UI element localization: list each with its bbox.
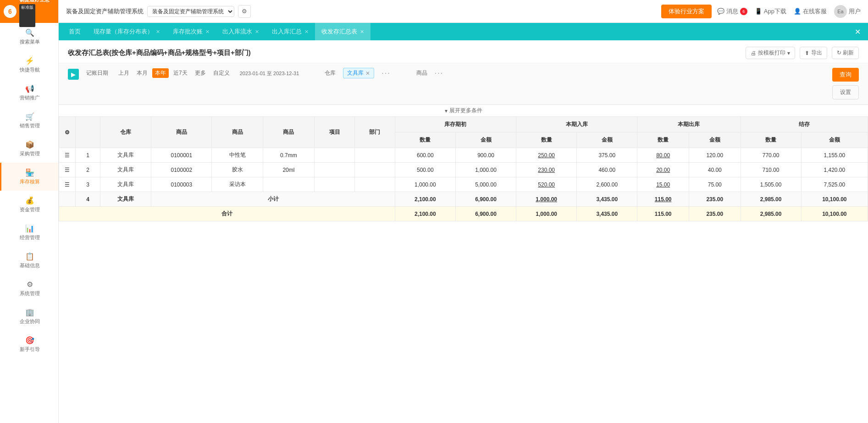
subtotal-out-qty[interactable]: 115.00 xyxy=(637,192,689,207)
row-out-amt: 75.00 xyxy=(689,177,741,192)
sidebar-item-quick-nav[interactable]: ⚡快捷导航 xyxy=(0,51,58,79)
query-button[interactable]: 查询 xyxy=(832,68,859,82)
tab-batch-close[interactable]: ✕ xyxy=(205,29,210,35)
filter-groups: 记账日期 上月 本月 本年 近7天 更多 自定义 2023-01-01 至 20… xyxy=(86,68,825,78)
warehouse-tag-close[interactable]: ✕ xyxy=(365,70,370,77)
tab-inout-flow[interactable]: 出入库流水 ✕ xyxy=(216,23,265,40)
table-area: ⚙ 仓库 商品 商品 商品 项目 部门 库存期初 本期入库 本期出库 结存 xyxy=(59,116,868,423)
row-in-qty[interactable]: 250.00 xyxy=(516,148,577,163)
total-in-amt: 3,435.00 xyxy=(577,207,637,221)
goods-more-btn[interactable]: ··· xyxy=(435,69,443,77)
sidebar-nav: 🔍搜索菜单⚡快捷导航📢营销推广🛒销售管理📦采购管理🏪库存核算💰资金管理📊经营管理… xyxy=(0,23,58,423)
filter-row-1: 记账日期 上月 本月 本年 近7天 更多 自定义 2023-01-01 至 20… xyxy=(86,68,825,78)
sidebar-item-inventory[interactable]: 🏪库存核算 xyxy=(0,163,58,191)
sidebar-item-finance[interactable]: 💰资金管理 xyxy=(0,191,58,219)
col-project-header: 项目 xyxy=(315,117,355,148)
tab-batch[interactable]: 库存批次账 ✕ xyxy=(166,23,216,40)
message-badge: 6 xyxy=(740,8,747,15)
subtotal-opening-qty: 2,100.00 xyxy=(395,192,455,207)
row-no: 2 xyxy=(76,163,100,177)
user-label: 用户 xyxy=(849,7,861,16)
sidebar-item-sales[interactable]: 🛒销售管理 xyxy=(0,107,58,135)
sidebar-item-label-inventory: 库存核算 xyxy=(20,178,40,185)
inventory-icon: 🏪 xyxy=(25,168,34,177)
date-btn-more[interactable]: 更多 xyxy=(192,68,209,78)
date-btn-7days[interactable]: 近7天 xyxy=(171,68,190,78)
page-title: 收发存汇总表(按仓库+商品编码+商品+规格型号+项目+部门) xyxy=(68,49,251,57)
row-in-qty[interactable]: 230.00 xyxy=(516,163,577,177)
settings-gear-button[interactable]: ⚙ xyxy=(238,5,251,18)
col-in-qty-header: 数量 xyxy=(516,132,577,148)
trial-button[interactable]: 体验行业方案 xyxy=(661,5,712,18)
summary-table: ⚙ 仓库 商品 商品 商品 项目 部门 库存期初 本期入库 本期出库 结存 xyxy=(59,116,868,221)
tab-inventory-dist[interactable]: 现存量（库存分布表） ✕ xyxy=(87,23,166,40)
row-opening-qty: 500.00 xyxy=(395,163,455,177)
warehouse-more-btn[interactable]: ··· xyxy=(381,69,390,77)
sidebar-item-basic-info[interactable]: 📋基础信息 xyxy=(0,247,58,275)
page-actions: 🖨 按模板打印 ▾ ⬆ 导出 ↻ 刷新 xyxy=(746,47,859,59)
total-opening-qty: 2,100.00 xyxy=(395,207,455,221)
tabbar-close-button[interactable]: ✕ xyxy=(851,26,864,38)
row-settings[interactable]: ☰ xyxy=(59,163,76,177)
total-out-qty: 115.00 xyxy=(637,207,689,221)
row-goods-spec xyxy=(263,177,315,192)
sidebar-item-system[interactable]: ⚙系统管理 xyxy=(0,275,58,302)
total-label: 合计 xyxy=(59,207,395,221)
online-service-action[interactable]: 👤 在线客服 xyxy=(794,7,827,16)
warehouse-tag[interactable]: 文具库 ✕ xyxy=(343,68,374,78)
quick-nav-icon: ⚡ xyxy=(25,56,34,65)
warehouse-filter-label: 仓库 xyxy=(325,69,336,77)
export-label: 导出 xyxy=(811,49,822,57)
avatar: Ea xyxy=(834,5,847,18)
date-btn-last-month[interactable]: 上月 xyxy=(116,68,132,78)
sidebar-item-enterprise[interactable]: 🏢企业协同 xyxy=(0,302,58,330)
row-warehouse: 文具库 xyxy=(100,148,151,163)
tab-stock-summary[interactable]: 收发存汇总表 ✕ xyxy=(315,23,370,40)
sidebar-item-operations[interactable]: 📊经营管理 xyxy=(0,219,58,247)
subtotal-in-qty[interactable]: 1,000.00 xyxy=(516,192,577,207)
message-action[interactable]: 💬 消息 6 xyxy=(717,7,747,16)
sidebar-item-guide[interactable]: 🎯新手引导 xyxy=(0,330,58,358)
row-settings[interactable]: ☰ xyxy=(59,177,76,192)
tab-inventory-dist-close[interactable]: ✕ xyxy=(156,29,160,35)
filter-right: 查询 设置 xyxy=(832,68,859,99)
basic-info-icon: 📋 xyxy=(25,252,34,261)
sales-icon: 🛒 xyxy=(25,112,34,121)
date-btn-custom[interactable]: 自定义 xyxy=(210,68,232,78)
message-label: 消息 xyxy=(726,7,738,16)
tab-inout-summary-close[interactable]: ✕ xyxy=(304,29,309,35)
row-out-qty[interactable]: 80.00 xyxy=(637,148,689,163)
table-row: ☰ 2 文具库 0100002 胶水 20ml 500.00 1,000.00 … xyxy=(59,163,868,177)
sidebar-item-label-search: 搜索菜单 xyxy=(20,38,40,45)
row-out-qty[interactable]: 15.00 xyxy=(637,177,689,192)
row-balance-amt: 1,155.00 xyxy=(801,148,868,163)
row-settings[interactable]: ☰ xyxy=(59,148,76,163)
date-btn-this-year[interactable]: 本年 xyxy=(152,68,169,78)
row-balance-qty: 770.00 xyxy=(741,148,801,163)
sidebar-item-search[interactable]: 🔍搜索菜单 xyxy=(0,23,58,51)
expand-filter-button[interactable]: ▾ 展开更多条件 xyxy=(445,107,482,115)
export-button[interactable]: ⬆ 导出 xyxy=(800,47,827,59)
tab-inout-summary[interactable]: 出入库汇总 ✕ xyxy=(265,23,315,40)
chevron-down-icon: ▾ xyxy=(787,50,790,56)
subtotal-opening-amt: 6,900.00 xyxy=(455,192,516,207)
tab-home[interactable]: 首页 xyxy=(62,23,87,40)
row-in-qty[interactable]: 520.00 xyxy=(516,177,577,192)
row-balance-qty: 710.00 xyxy=(741,163,801,177)
app-download-action[interactable]: 📱 App下载 xyxy=(755,7,786,16)
row-goods-name: 胶水 xyxy=(212,163,263,177)
sidebar-item-marketing[interactable]: 📢营销推广 xyxy=(0,79,58,107)
print-template-button[interactable]: 🖨 按模板打印 ▾ xyxy=(746,47,795,59)
row-no: 1 xyxy=(76,148,100,163)
settings-button[interactable]: 设置 xyxy=(832,85,859,99)
system-selector[interactable]: 装备及固定资产辅助管理系统 xyxy=(147,6,234,17)
filter-toggle-button[interactable]: ▶ xyxy=(68,69,79,80)
sidebar-item-purchase[interactable]: 📦采购管理 xyxy=(0,135,58,163)
col-settings[interactable]: ⚙ xyxy=(59,117,76,148)
tab-stock-summary-close[interactable]: ✕ xyxy=(360,29,364,35)
date-btn-this-month[interactable]: 本月 xyxy=(134,68,150,78)
tab-inout-flow-close[interactable]: ✕ xyxy=(255,29,259,35)
row-out-qty[interactable]: 20.00 xyxy=(637,163,689,177)
user-action[interactable]: Ea 用户 xyxy=(834,5,861,18)
refresh-button[interactable]: ↻ 刷新 xyxy=(832,47,859,59)
